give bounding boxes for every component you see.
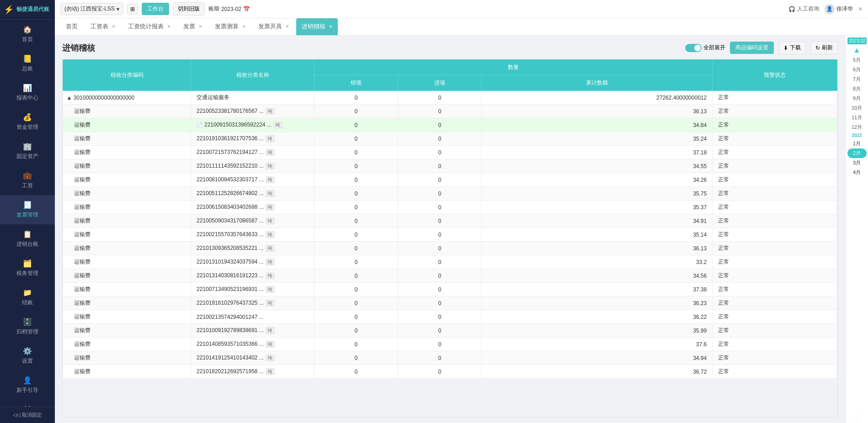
table-cell-cumulative: 34.84 — [482, 118, 713, 132]
table-cell-sales: 0 — [314, 201, 398, 214]
copy-button[interactable]: ⊞ — [127, 4, 138, 15]
table-cell-sales: 0 — [314, 296, 398, 310]
table-cell-purchase: 0 — [398, 365, 482, 379]
tab-purchase-sales-check[interactable]: 进销稽核 × — [296, 18, 338, 35]
side-panel-month-oct[interactable]: 10月 — [847, 103, 867, 113]
table-cell-invoice: 22100721573762194127 ...吨 — [191, 146, 314, 159]
table-cell-code: ▲ 30100000000000000000 — [63, 91, 191, 105]
period-text: 账期 — [208, 5, 219, 13]
data-table-wrapper: 税收分类编码 税收分类名称 数量 预警状态 销项 进项 累计数额 — [62, 59, 838, 418]
table-cell-status: 正常 — [713, 187, 837, 201]
side-panel-month-aug[interactable]: 8月 — [847, 84, 867, 94]
sidebar-footer-unpin[interactable]: ◁◁ 取消固定 — [0, 407, 55, 423]
calendar-icon[interactable]: 📅 — [243, 6, 250, 12]
table-cell-status: 正常 — [713, 159, 837, 173]
table-cell-status: 正常 — [713, 255, 837, 269]
sidebar-item-tax[interactable]: 🗂️ 税务管理 — [0, 254, 55, 283]
sidebar-item-assets[interactable]: 🏢 固定资产 — [0, 137, 55, 166]
unit-tag: 吨 — [266, 108, 275, 115]
tab-home[interactable]: 首页 — [60, 18, 83, 35]
table-cell-purchase: 0 — [398, 255, 482, 269]
side-panel-month-jan[interactable]: 1月 — [847, 139, 867, 148]
sidebar-item-ledger[interactable]: 📒 总账 — [0, 49, 55, 78]
side-panel-month-mar[interactable]: 3月 — [847, 158, 867, 168]
user-menu[interactable]: 👤 徐泽华 — [825, 4, 853, 14]
th-quantity-group: 数量 — [314, 60, 713, 75]
sidebar-item-label: 报表中心 — [16, 94, 38, 102]
sidebar-item-salary[interactable]: 💼 工资 — [0, 166, 55, 195]
company-selector[interactable]: (勿动) 江西报宝-LSS ▾ — [60, 3, 123, 15]
table-cell-sales: 0 — [314, 187, 398, 201]
tab-invoice-calc-close[interactable]: × — [242, 23, 245, 30]
table-cell-name: 运输费 — [63, 105, 191, 118]
tab-salary-close[interactable]: × — [112, 23, 115, 30]
tab-invoice-issue-close[interactable]: × — [286, 23, 289, 30]
table-cell-status: 正常 — [713, 132, 837, 146]
side-panel-scroll-up[interactable]: ▲ — [853, 46, 861, 54]
table-cell-invoice: 22101111143592152210 ...吨 — [191, 159, 314, 173]
download-button[interactable]: ⬇ 下载 — [778, 41, 806, 54]
topbar: (勿动) 江西报宝-LSS ▾ ⊞ 工作台 切到旧版 账期 2023-02 📅 … — [55, 0, 868, 18]
sidebar-item-settings[interactable]: ⚙️ 设置 — [0, 341, 55, 370]
table-cell-sales: 0 — [314, 365, 398, 379]
tab-invoice-close[interactable]: × — [199, 23, 202, 30]
table-cell-invoice: 22101916102976437325 ...吨 — [191, 296, 314, 310]
page-actions: 全部展开 商品编码设置 ⬇ 下载 ↻ 刷新 — [685, 41, 838, 54]
table-cell-status: 正常 — [713, 351, 837, 365]
side-panel-month-dec[interactable]: 12月 — [847, 122, 867, 132]
reports-icon: 📊 — [23, 84, 32, 92]
tab-invoice-calc[interactable]: 发票测算 × — [209, 18, 251, 35]
table-cell-invoice: 22101314030816191223 ...吨 — [191, 269, 314, 283]
expand-toggle[interactable] — [685, 44, 702, 52]
table-cell-sales: 0 — [314, 132, 398, 146]
sidebar-item-guide[interactable]: 👤 新手引导 — [0, 370, 55, 400]
logo-icon: ⚡ — [4, 5, 14, 15]
close-button[interactable]: × — [858, 5, 863, 13]
tab-invoice-issue-label: 发票开具 — [258, 22, 282, 31]
sidebar-item-vip[interactable]: 👑 畅会员 — [0, 400, 55, 407]
side-panel-heart-icon[interactable]: ♡ — [854, 414, 860, 421]
sidebar-item-archive[interactable]: 🗄️ 归档管理 — [0, 312, 55, 341]
tab-invoice[interactable]: 发票 × — [178, 18, 208, 35]
sidebar-item-finance[interactable]: 💰 资金管理 — [0, 107, 55, 137]
table-cell-status: 正常 — [713, 365, 837, 379]
th-tax-code: 税收分类编码 — [63, 60, 191, 91]
unit-tag: 吨 — [266, 190, 275, 197]
tab-salary[interactable]: 工资表 × — [85, 18, 121, 35]
table-cell-status: 正常 — [713, 269, 837, 283]
tab-purchase-sales-check-close[interactable]: × — [329, 23, 332, 30]
side-panel-month-jun[interactable]: 6月 — [847, 65, 867, 74]
side-panel-month-nov[interactable]: 11月 — [847, 113, 867, 122]
settings-button[interactable]: 商品编码设置 — [730, 42, 774, 54]
sidebar-item-home[interactable]: 🏠 首页 — [0, 20, 55, 49]
side-panel-month-feb[interactable]: 2月 — [847, 148, 867, 158]
expand-triangle-icon[interactable]: ▲ — [67, 95, 74, 101]
table-cell-cumulative: 35.37 — [482, 201, 713, 214]
tab-salary-stats[interactable]: 工资统计报表 × — [122, 18, 176, 35]
side-panel-month-sep[interactable]: 9月 — [847, 94, 867, 103]
table-cell-status: 正常 — [713, 173, 837, 187]
table-cell-cumulative: 35.14 — [482, 228, 713, 242]
side-panel-month-apr[interactable]: 4月 — [847, 168, 867, 177]
tab-salary-stats-close[interactable]: × — [167, 23, 170, 30]
tab-invoice-issue[interactable]: 发票开具 × — [253, 18, 294, 35]
sidebar-item-close[interactable]: 📁 结账 — [0, 283, 55, 312]
sidebar: ⚡ 畅捷通易代账 🏠 首页 📒 总账 📊 报表中心 💰 资金管理 🏢 固定资产 … — [0, 0, 55, 423]
sidebar-item-label: 发票管理 — [16, 211, 38, 219]
sidebar-item-purchase-sales[interactable]: 📋 进销台账 — [0, 224, 55, 254]
table-cell-name: 运输费 — [63, 338, 191, 351]
guide-icon: 👤 — [23, 376, 32, 385]
workbench-button[interactable]: 工作台 — [142, 3, 169, 15]
sidebar-item-label: 资金管理 — [16, 123, 38, 131]
download-icon: ⬇ — [783, 45, 788, 51]
table-cell-purchase: 0 — [398, 324, 482, 338]
refresh-button[interactable]: ↻ 刷新 — [810, 41, 838, 54]
side-panel-month-jul[interactable]: 7月 — [847, 74, 867, 84]
switch-version-button[interactable]: 切到旧版 — [173, 2, 205, 16]
table-cell-status: 正常 — [713, 214, 837, 228]
sidebar-item-invoice-mgmt[interactable]: 🧾 发票管理 — [0, 195, 55, 224]
side-panel-month-may[interactable]: 5月 — [847, 55, 867, 65]
support-button[interactable]: 🎧 人工咨询 — [788, 5, 819, 13]
unit-tag: 吨 — [266, 176, 275, 183]
sidebar-item-reports[interactable]: 📊 报表中心 — [0, 78, 55, 107]
